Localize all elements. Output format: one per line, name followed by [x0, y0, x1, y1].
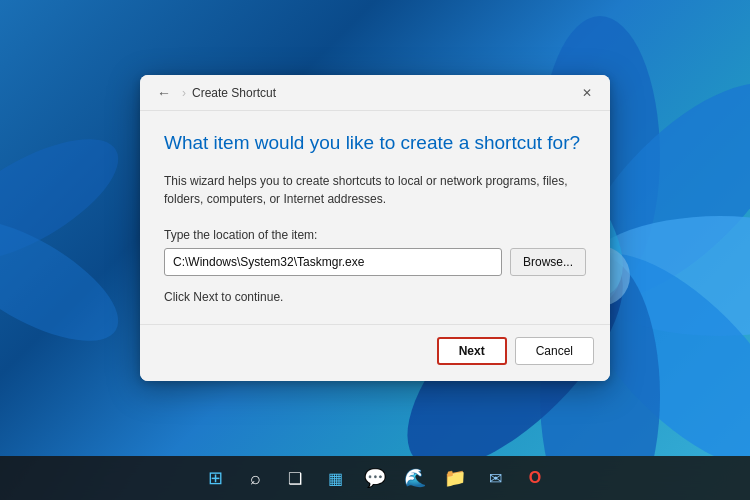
- edge-button[interactable]: 🌊: [397, 460, 433, 496]
- back-button[interactable]: ←: [152, 81, 176, 105]
- taskview-icon: ❑: [288, 469, 302, 488]
- close-icon: ✕: [582, 86, 592, 100]
- explorer-icon: 📁: [444, 467, 466, 489]
- start-button[interactable]: ⊞: [197, 460, 233, 496]
- edge-icon: 🌊: [404, 467, 426, 489]
- search-icon: ⌕: [250, 468, 261, 489]
- explorer-button[interactable]: 📁: [437, 460, 473, 496]
- dialog-overlay: ← › Create Shortcut ✕ What item would yo…: [0, 0, 750, 456]
- field-row: Browse...: [164, 248, 586, 276]
- mail-icon: ✉: [489, 469, 502, 488]
- cancel-button[interactable]: Cancel: [515, 337, 594, 365]
- widgets-icon: ▦: [328, 469, 343, 488]
- location-input[interactable]: [164, 248, 502, 276]
- search-button[interactable]: ⌕: [237, 460, 273, 496]
- teams-icon: 💬: [364, 467, 386, 489]
- click-next-text: Click Next to continue.: [164, 290, 586, 304]
- create-shortcut-dialog: ← › Create Shortcut ✕ What item would yo…: [140, 75, 610, 381]
- widgets-button[interactable]: ▦: [317, 460, 353, 496]
- dialog-title: Create Shortcut: [192, 86, 558, 100]
- mail-button[interactable]: ✉: [477, 460, 513, 496]
- taskbar: ⊞ ⌕ ❑ ▦ 💬 🌊 📁 ✉ O: [0, 456, 750, 500]
- windows-icon: ⊞: [208, 467, 223, 489]
- teams-button[interactable]: 💬: [357, 460, 393, 496]
- office-icon: O: [529, 469, 541, 487]
- dialog-content: What item would you like to create a sho…: [140, 111, 610, 324]
- next-button[interactable]: Next: [437, 337, 507, 365]
- field-label: Type the location of the item:: [164, 228, 586, 242]
- close-button[interactable]: ✕: [564, 75, 610, 111]
- dialog-titlebar: ← › Create Shortcut ✕: [140, 75, 610, 111]
- dialog-heading: What item would you like to create a sho…: [164, 131, 586, 156]
- back-icon: ←: [157, 85, 171, 101]
- dialog-description: This wizard helps you to create shortcut…: [164, 172, 586, 208]
- dialog-footer: Next Cancel: [140, 324, 610, 381]
- browse-button[interactable]: Browse...: [510, 248, 586, 276]
- titlebar-separator: ›: [182, 86, 186, 100]
- office-button[interactable]: O: [517, 460, 553, 496]
- taskview-button[interactable]: ❑: [277, 460, 313, 496]
